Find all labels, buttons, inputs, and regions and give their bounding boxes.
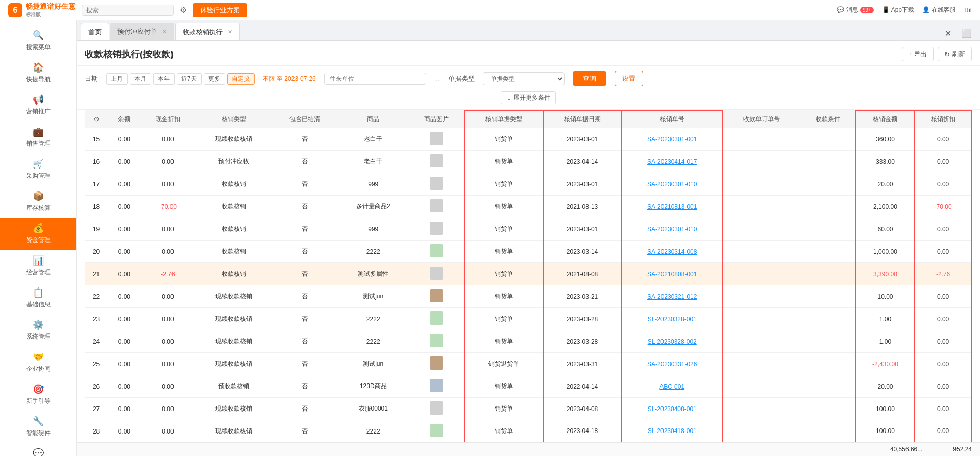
td-goods: 老白干 — [337, 151, 409, 173]
td-cash-discount: 0.00 — [141, 308, 195, 330]
sidebar-item-wechat[interactable]: 💬企业微信 — [0, 443, 76, 456]
date-this-year[interactable]: 本年 — [153, 73, 175, 85]
gear-icon[interactable]: ⚙ — [180, 5, 187, 15]
date-custom[interactable]: 自定义 — [227, 73, 255, 85]
sidebar-item-purchase[interactable]: 🛒采购管理 — [0, 153, 76, 185]
sidebar-item-hardware[interactable]: 🔧智能硬件 — [0, 411, 76, 443]
expand-label: 展开更多条件 — [513, 93, 550, 102]
td-receipt-condition — [800, 285, 856, 308]
window-close-btn[interactable]: ✕ — [941, 27, 955, 40]
export-btn[interactable]: ↑ 导出 — [902, 47, 934, 61]
table-row: 17 0.00 0.00 收款核销 否 999 销货单 2023-03-01 S… — [85, 173, 971, 196]
app-logo: 6 畅捷通谱好生意 标准版 — [8, 2, 76, 18]
sidebar-item-search[interactable]: 🔍搜索菜单 — [0, 25, 76, 57]
date-7days[interactable]: 近7天 — [177, 73, 202, 85]
tab-prepay[interactable]: 预付冲应付单 ✕ — [110, 23, 174, 40]
td-goods-img — [409, 375, 464, 398]
app-download-link[interactable]: 📱 App下载 — [882, 6, 914, 14]
date-label: 日期 — [85, 74, 98, 83]
tab-home-label: 首页 — [88, 28, 102, 37]
td-writeoff-amount: 60.00 — [856, 218, 915, 241]
sidebar-item-quick[interactable]: 🏠快捷导航 — [0, 57, 76, 89]
tab-prepay-close[interactable]: ✕ — [162, 29, 167, 35]
messages-area[interactable]: 💬 消息 99+ — [837, 6, 874, 14]
td-note-type: 销货单 — [464, 218, 543, 241]
purchase-icon: 🛒 — [33, 158, 44, 170]
tab-writeoff-close[interactable]: ✕ — [228, 29, 232, 35]
date-more[interactable]: 更多 — [204, 73, 225, 85]
td-note-no: SL-20230328-001 — [621, 308, 723, 330]
td-index: 17 — [85, 173, 108, 196]
td-note-date: 2023-03-01 — [543, 128, 621, 151]
td-writeoff-amount: 100.00 — [856, 420, 915, 442]
date-prev-month[interactable]: 上月 — [106, 73, 128, 85]
finance-icon: 💰 — [33, 223, 44, 234]
td-settled: 否 — [272, 151, 338, 173]
td-goods: 测试多属性 — [337, 263, 409, 285]
td-goods-img — [409, 420, 464, 442]
td-goods: 老白干 — [337, 128, 409, 151]
sidebar-item-guide[interactable]: 🎯新手引导 — [0, 378, 76, 411]
sales-icon: 💼 — [33, 126, 44, 137]
td-note-type: 销货单 — [464, 398, 543, 420]
sidebar-item-marketing[interactable]: 📢营销推广 — [0, 89, 76, 121]
refresh-btn[interactable]: ↻ 刷新 — [938, 47, 972, 61]
industry-btn[interactable]: 休验行业方案 — [193, 3, 247, 17]
window-expand-btn[interactable]: ⬜ — [958, 27, 976, 40]
td-settled: 否 — [272, 218, 338, 241]
query-btn[interactable]: 查询 — [573, 71, 606, 86]
td-balance: 0.00 — [108, 173, 140, 196]
export-icon: ↑ — [909, 51, 912, 58]
sidebar-item-base[interactable]: 📋基础信息 — [0, 282, 76, 314]
td-receipt-order — [723, 375, 800, 398]
sidebar-item-corp[interactable]: 🤝企业协同 — [0, 346, 76, 378]
td-note-no: SL-20230418-001 — [621, 420, 723, 442]
top-bar: 6 畅捷通谱好生意 标准版 ⚙ 休验行业方案 💬 消息 99+ 📱 App下载 … — [0, 0, 980, 20]
sidebar-item-sales[interactable]: 💼销售管理 — [0, 121, 76, 153]
td-cash-discount: 0.00 — [141, 128, 195, 151]
td-receipt-condition — [800, 375, 856, 398]
td-note-no: SL-20230408-001 — [621, 398, 723, 420]
from-unit-input[interactable] — [324, 73, 426, 85]
td-note-type: 销货单 — [464, 151, 543, 173]
inventory-icon: 📦 — [33, 190, 44, 202]
td-note-no: SA-20230314-008 — [621, 241, 723, 263]
td-receipt-condition — [800, 218, 856, 241]
td-writeoff-type: 收款核销 — [195, 263, 272, 285]
tab-writeoff[interactable]: 收款核销执行 ✕ — [175, 23, 240, 40]
expand-more-btn[interactable]: ⌄ 展开更多条件 — [501, 91, 556, 104]
marketing-icon: 📢 — [33, 94, 44, 105]
td-note-type: 销货单 — [464, 420, 543, 442]
td-goods-img — [409, 173, 464, 196]
sidebar-item-label: 企业协同 — [26, 365, 51, 373]
search-input[interactable] — [82, 5, 174, 16]
td-note-no: SA-20210813-001 — [621, 196, 723, 218]
sidebar-item-system[interactable]: ⚙️系统管理 — [0, 314, 76, 346]
td-cash-discount: 0.00 — [141, 353, 195, 375]
table-container: ⊙ 余额 现金折扣 核销类型 包含已结清 商品 商品图片 核销单据类型 核销单据… — [77, 110, 980, 442]
single-type-select[interactable]: 单据类型 — [483, 72, 565, 85]
td-settled: 否 — [272, 173, 338, 196]
date-this-month[interactable]: 本月 — [130, 73, 151, 85]
td-settled: 否 — [272, 263, 338, 285]
tab-home[interactable]: 首页 — [81, 23, 109, 40]
online-service-link[interactable]: 👤 在线客服 — [922, 6, 956, 14]
td-writeoff-type: 收款核销 — [195, 218, 272, 241]
th-receipt-order: 收款单订单号 — [723, 110, 800, 128]
td-receipt-condition — [800, 398, 856, 420]
table-row: 22 0.00 0.00 现续收款核销 否 测试jun 销货单 2023-03-… — [85, 285, 971, 308]
td-index: 24 — [85, 330, 108, 353]
td-cash-discount: 0.00 — [141, 241, 195, 263]
sidebar-item-finance[interactable]: 💰资金管理 — [0, 218, 76, 250]
date-buttons: 上月 本月 本年 近7天 更多 自定义 — [106, 73, 255, 85]
sidebar-item-inventory[interactable]: 📦库存核算 — [0, 185, 76, 218]
page-title: 收款核销执行(按收款) — [85, 48, 174, 60]
system-icon: ⚙️ — [33, 319, 44, 330]
td-settled: 否 — [272, 196, 338, 218]
sidebar-item-operation[interactable]: 📊经营管理 — [0, 250, 76, 282]
td-goods-img — [409, 353, 464, 375]
td-receipt-condition — [800, 173, 856, 196]
td-settled: 否 — [272, 375, 338, 398]
setting-btn[interactable]: 设置 — [615, 71, 643, 86]
td-goods: 2222 — [337, 330, 409, 353]
